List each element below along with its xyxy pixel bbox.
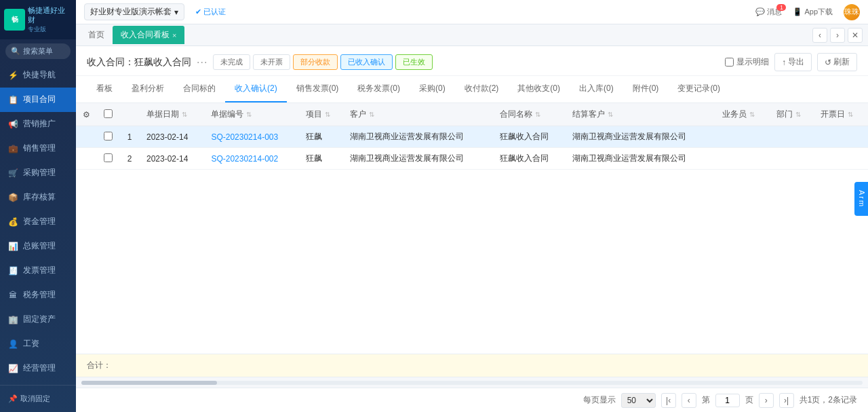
horizontal-scrollbar[interactable] — [76, 377, 868, 388]
sub-tab-tax-invoice[interactable]: 税务发票(0) — [348, 76, 410, 102]
tab-close-button[interactable]: × — [172, 31, 176, 39]
col-header-open-date[interactable]: 开票日⇅ — [814, 103, 868, 126]
status-not-invoiced[interactable]: 未开票 — [253, 54, 290, 70]
col-header-project[interactable]: 项目⇅ — [299, 103, 344, 126]
refresh-button[interactable]: ↺ 刷新 — [817, 53, 857, 71]
row1-project: 狂飙 — [299, 126, 344, 148]
user-avatar[interactable]: 珠珠 — [844, 4, 860, 20]
row2-check[interactable] — [97, 148, 119, 170]
row2-number-link[interactable]: SQ-20230214-002 — [211, 154, 278, 164]
status-effective[interactable]: 已生效 — [395, 54, 433, 70]
sub-tab-other-income[interactable]: 其他收支(0) — [508, 76, 570, 102]
page-next-button[interactable]: › — [759, 393, 774, 408]
row1-date: 2023-02-14 — [140, 126, 204, 148]
side-action-button[interactable]: Arm — [854, 182, 868, 216]
sidebar-item-general-ledger[interactable]: 📊 总账管理 — [0, 234, 76, 259]
table-row[interactable]: 2 2023-02-14 SQ-20230214-002 狂飙 湖南卫视商业运营… — [76, 148, 868, 170]
sub-tab-profit[interactable]: 盈利分析 — [122, 76, 174, 102]
tab-close-all[interactable]: ✕ — [848, 28, 863, 43]
table-settings-icon[interactable]: ⚙ — [83, 110, 90, 119]
row2-project: 狂飙 — [299, 148, 344, 170]
sidebar-item-project-contract[interactable]: 📋 项目合同 — [0, 88, 76, 112]
row1-number-link[interactable]: SQ-20230214-003 — [211, 132, 278, 142]
tab-nav-next[interactable]: › — [830, 28, 845, 43]
col-header-date[interactable]: 单据日期⇅ — [140, 103, 204, 126]
message-button[interactable]: 💬 1 消息 — [755, 7, 782, 17]
table-row[interactable]: 1 2023-02-14 SQ-20230214-003 狂飙 湖南卫视商业运营… — [76, 126, 868, 148]
status-confirmed[interactable]: 已收入确认 — [340, 54, 393, 70]
main-area: 好业财专业版演示帐套 ▾ ✔ 已认证 💬 1 消息 📱 App下载 珠珠 首页 — [76, 0, 868, 412]
sub-tab-purchase[interactable]: 采购(0) — [410, 76, 455, 102]
sidebar-item-tax[interactable]: 🏛 税务管理 — [0, 283, 76, 307]
sub-tab-contract-standard[interactable]: 合同标的 — [174, 76, 225, 102]
export-button[interactable]: ↑ 导出 — [774, 53, 812, 71]
col-header-contract-name[interactable]: 合同名称⇅ — [493, 103, 566, 126]
row1-check[interactable] — [97, 126, 119, 148]
col-header-number[interactable]: 单据编号⇅ — [204, 103, 298, 126]
sidebar-item-hr[interactable]: 👤 工资 — [0, 332, 76, 356]
row1-department — [770, 126, 814, 148]
sidebar-nav: 📋 项目合同 📢 营销推广 💼 销售管理 🛒 采购管理 📦 库存核算 💰 资金管… — [0, 88, 76, 385]
search-menu-button[interactable]: 🔍 搜索菜单 — [5, 43, 71, 59]
col-header-department[interactable]: 部门⇅ — [770, 103, 814, 126]
check-col-header[interactable] — [97, 103, 119, 126]
sidebar-item-inventory[interactable]: 📦 库存核算 — [0, 185, 76, 210]
settings-col-header[interactable]: ⚙ — [76, 103, 97, 126]
app-download-button[interactable]: 📱 App下载 — [793, 7, 833, 17]
sidebar-item-purchase[interactable]: 🛒 采购管理 — [0, 161, 76, 185]
sidebar-item-marketing[interactable]: 📢 营销推广 — [0, 112, 76, 136]
sub-tab-sales-invoice[interactable]: 销售发票(0) — [287, 76, 349, 102]
page-first-button[interactable]: |‹ — [661, 393, 676, 408]
sub-tab-change-records[interactable]: 变更记录(0) — [668, 76, 730, 102]
tab-nav-prev[interactable]: ‹ — [812, 28, 827, 43]
sidebar-item-fixed-assets[interactable]: 🏢 固定资产 — [0, 307, 76, 332]
row2-number[interactable]: SQ-20230214-002 — [204, 148, 298, 170]
row1-number[interactable]: SQ-20230214-003 — [204, 126, 298, 148]
row1-settings — [76, 126, 97, 148]
col-header-salesperson[interactable]: 业务员⇅ — [715, 103, 770, 126]
page-actions: 显示明细 ↑ 导出 ↺ 刷新 — [725, 53, 857, 71]
home-tab[interactable]: 首页 — [81, 26, 111, 43]
active-tab-income-contract[interactable]: 收入合同看板 × — [113, 26, 184, 44]
status-partial-received[interactable]: 部分收款 — [293, 54, 338, 70]
col-header-settlement[interactable]: 结算客户⇅ — [566, 103, 715, 126]
sidebar-item-ops[interactable]: 📈 经营管理 — [0, 356, 76, 381]
page-prev-button[interactable]: ‹ — [682, 393, 696, 408]
sidebar: 畅 畅捷通好业财 专业版 🔍 搜索菜单 ⚡ 快捷导航 📋 项目合同 📢 营销推广… — [0, 0, 76, 412]
page-number-input[interactable] — [715, 394, 740, 407]
sidebar-item-invoice[interactable]: 🧾 发票管理 — [0, 259, 76, 283]
message-badge: 1 — [776, 4, 786, 11]
pin-icon: 📌 — [8, 394, 18, 403]
sub-tab-payment[interactable]: 收付款(2) — [455, 76, 509, 102]
tax-icon: 🏛 — [7, 289, 19, 301]
sub-tab-attachments[interactable]: 附件(0) — [623, 76, 669, 102]
sidebar-item-finance[interactable]: 💰 资金管理 — [0, 210, 76, 234]
page-size-select[interactable]: 20 50 100 — [621, 393, 656, 408]
cancel-pin-button[interactable]: 📌 取消固定 — [5, 390, 71, 408]
show-detail-checkbox[interactable] — [725, 58, 734, 67]
finance-icon: 💰 — [7, 216, 19, 228]
total-row: 合计： — [76, 354, 868, 377]
page-last-button[interactable]: ›| — [779, 393, 794, 408]
status-not-complete[interactable]: 未完成 — [213, 54, 250, 70]
inventory-icon: 📦 — [7, 191, 19, 204]
sub-tab-warehouse[interactable]: 出入库(0) — [570, 76, 623, 102]
content-wrapper: 收入合同：狂飙收入合同 ··· 未完成 未开票 部分收款 已收入确认 已生效 显… — [76, 46, 868, 412]
row2-date: 2023-02-14 — [140, 148, 204, 170]
company-selector[interactable]: 好业财专业版演示帐套 ▾ — [84, 3, 184, 20]
show-detail-checkbox-label[interactable]: 显示明细 — [725, 56, 769, 68]
sub-tab-kanban[interactable]: 看板 — [87, 76, 122, 102]
row2-checkbox[interactable] — [104, 153, 113, 162]
select-all-checkbox[interactable] — [104, 109, 113, 118]
more-options-button[interactable]: ··· — [197, 56, 208, 69]
sub-tab-income-confirm[interactable]: 收入确认(2) — [225, 76, 287, 102]
tabbar: 首页 收入合同看板 × ‹ › ✕ — [76, 24, 868, 46]
row1-checkbox[interactable] — [104, 132, 113, 141]
scroll-thumb[interactable] — [81, 381, 217, 385]
app-sub-label: 专业版 — [28, 25, 72, 34]
topbar-right: 💬 1 消息 📱 App下载 珠珠 — [755, 4, 860, 20]
sidebar-bottom: 📌 取消固定 — [0, 385, 76, 412]
sidebar-item-quick-nav[interactable]: ⚡ 快捷导航 — [0, 63, 76, 88]
sidebar-item-sales[interactable]: 💼 销售管理 — [0, 136, 76, 161]
col-header-customer[interactable]: 客户⇅ — [343, 103, 492, 126]
